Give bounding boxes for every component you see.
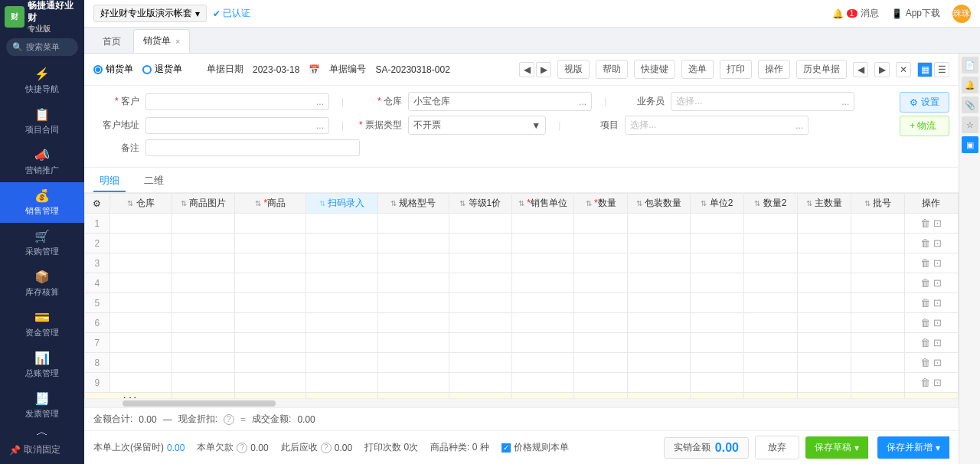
cell[interactable]	[449, 333, 511, 353]
col-qty2[interactable]: ⇅ 数量2	[743, 194, 797, 214]
col-batch-input[interactable]: ⇅ 扫码录入	[306, 194, 377, 214]
save-draft-button[interactable]: 保存草稿 ▾	[805, 436, 868, 459]
cell[interactable]	[377, 214, 449, 234]
ops-btn[interactable]: 操作	[758, 60, 790, 79]
sidebar-item-quick-nav[interactable]: ⚡ 快捷导航	[0, 60, 84, 101]
cell[interactable]	[449, 253, 511, 273]
cell[interactable]	[797, 214, 851, 234]
cell[interactable]	[628, 273, 691, 293]
cell[interactable]	[109, 214, 172, 234]
col-pack-qty[interactable]: ⇅ 包装数量	[628, 194, 691, 214]
toolbar-prev[interactable]: ◀	[853, 62, 868, 77]
cell[interactable]	[109, 253, 172, 273]
cell[interactable]	[628, 253, 691, 273]
cell[interactable]	[690, 214, 743, 234]
cell[interactable]	[628, 214, 691, 234]
cell[interactable]	[511, 293, 574, 313]
col-batch[interactable]: ⇅ 批号	[851, 194, 904, 214]
cell[interactable]	[377, 293, 449, 313]
cell[interactable]	[797, 353, 851, 373]
cell[interactable]	[234, 234, 305, 253]
cell[interactable]	[690, 353, 743, 373]
col-qty[interactable]: ⇅ *数量	[574, 194, 628, 214]
cell[interactable]	[628, 353, 691, 373]
remark-input[interactable]	[145, 139, 360, 156]
user-menu[interactable]: 珠珠	[952, 5, 971, 23]
sidebar-item-accounting[interactable]: 📊 总账管理	[0, 345, 84, 385]
col-unit[interactable]: ⇅ *销售单位	[511, 194, 574, 214]
cell[interactable]	[449, 373, 511, 393]
sidebar-search[interactable]: 🔍 搜索菜单	[0, 34, 84, 60]
project-dots-icon[interactable]: ...	[795, 120, 803, 131]
cell[interactable]	[574, 234, 628, 253]
delete-row-icon[interactable]: 🗑	[920, 297, 930, 309]
cell[interactable]	[690, 273, 743, 293]
right-panel-icon-2[interactable]: 🔔	[962, 77, 978, 93]
cell[interactable]	[234, 373, 305, 393]
cell[interactable]	[449, 293, 511, 313]
copy-row-icon[interactable]: ⊡	[933, 257, 942, 269]
cell[interactable]	[743, 273, 797, 293]
cell[interactable]	[851, 373, 904, 393]
cell[interactable]	[109, 373, 172, 393]
cell[interactable]	[690, 373, 743, 393]
company-selector[interactable]: 好业财专业版演示帐套 ▾	[93, 5, 207, 22]
salesperson-dots-icon[interactable]: ...	[841, 96, 849, 107]
select-btn[interactable]: 选单	[681, 60, 714, 79]
radio-return-order[interactable]: 退货单	[142, 63, 182, 76]
grid-view-icon[interactable]: ▦	[917, 62, 933, 77]
sidebar-item-marketing[interactable]: 📣 营销推广	[0, 142, 84, 182]
tab-2d[interactable]: 二维	[138, 171, 170, 192]
cell[interactable]	[628, 333, 691, 353]
cell[interactable]	[109, 234, 172, 253]
cell[interactable]	[851, 253, 904, 273]
cell[interactable]	[172, 333, 235, 353]
cell[interactable]	[234, 214, 305, 234]
debt-help-icon[interactable]: ?	[237, 443, 247, 453]
col-product[interactable]: ⇅ *商品	[234, 194, 305, 214]
customer-addr-input[interactable]: ...	[145, 117, 329, 134]
cell[interactable]	[511, 373, 574, 393]
cell[interactable]	[628, 313, 691, 333]
cell[interactable]	[234, 293, 305, 313]
cell[interactable]	[690, 234, 743, 253]
radio-sales-order[interactable]: 销货单	[93, 63, 133, 76]
history-btn[interactable]: 历史单据	[796, 60, 847, 79]
cell[interactable]	[574, 333, 628, 353]
cell[interactable]	[743, 373, 797, 393]
delete-row-icon[interactable]: 🗑	[920, 317, 930, 328]
cell[interactable]	[690, 313, 743, 333]
cell[interactable]	[172, 313, 235, 333]
cell[interactable]	[851, 214, 904, 234]
set-btn[interactable]: ⚙ 设置	[900, 92, 949, 113]
receivable-help-icon[interactable]: ?	[321, 443, 332, 453]
sidebar-item-purchase[interactable]: 🛒 采购管理	[0, 223, 84, 263]
cell[interactable]	[234, 313, 305, 333]
settings-col-header[interactable]: ⚙	[85, 194, 110, 214]
cell[interactable]	[172, 214, 235, 234]
cell[interactable]	[574, 353, 628, 373]
abandon-button[interactable]: 放弃	[755, 436, 799, 459]
cell[interactable]	[851, 234, 904, 253]
customer-input[interactable]: ...	[145, 93, 329, 110]
cell[interactable]	[511, 313, 574, 333]
cell[interactable]	[851, 313, 904, 333]
cell[interactable]	[743, 353, 797, 373]
save-new-button[interactable]: 保存并新增 ▾	[877, 436, 949, 459]
next-arrow[interactable]: ▶	[536, 62, 551, 77]
cell[interactable]	[851, 273, 904, 293]
col-spec[interactable]: ⇅ 规格型号	[377, 194, 449, 214]
cell[interactable]	[574, 273, 628, 293]
cell[interactable]	[172, 273, 235, 293]
cell[interactable]	[109, 333, 172, 353]
cell[interactable]	[797, 293, 851, 313]
price-check-checkbox[interactable]: ✓	[501, 443, 511, 453]
cell[interactable]	[306, 273, 377, 293]
cell[interactable]	[172, 353, 235, 373]
cell[interactable]	[574, 293, 628, 313]
cell[interactable]	[306, 293, 377, 313]
right-panel-icon-4[interactable]: ☆	[962, 116, 978, 133]
warehouse-dots-icon[interactable]: ...	[579, 96, 586, 107]
cell[interactable]	[306, 214, 377, 234]
view-btn[interactable]: 视版	[557, 60, 590, 79]
